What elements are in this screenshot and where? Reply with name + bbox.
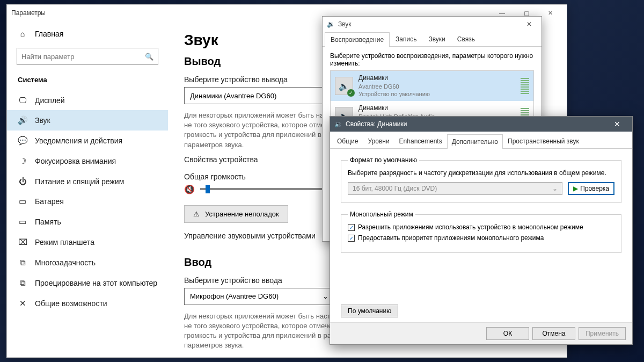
- home-label: Главная: [35, 30, 63, 38]
- mute-icon[interactable]: 🔇: [184, 184, 195, 194]
- tab-advanced[interactable]: Дополнительно: [447, 134, 503, 149]
- checkbox-icon[interactable]: ✓: [348, 235, 355, 242]
- sidebar-item-shared[interactable]: ✕Общие возможности: [7, 293, 168, 314]
- sidebar-item-battery[interactable]: ▭Батарея: [7, 191, 168, 212]
- multitask-icon: ⧉: [18, 258, 27, 267]
- close-button[interactable]: ✕: [606, 120, 628, 128]
- chevron-down-icon: ⌄: [323, 292, 328, 300]
- sound-title: Звук: [338, 20, 352, 28]
- speaker-icon: 🔉: [334, 120, 342, 128]
- cancel-button[interactable]: Отмена: [532, 327, 575, 340]
- format-combo[interactable]: 16 бит, 48000 Гц (Диск DVD) ⌄: [348, 182, 562, 195]
- power-icon: ⏻: [18, 177, 27, 186]
- sound-instruction: Выберите устройство воспроизведения, пар…: [323, 47, 541, 70]
- speaker-device-icon: 🔈✓: [335, 77, 353, 95]
- warning-icon: ⚠: [193, 210, 200, 218]
- tab-sounds[interactable]: Звуки: [422, 32, 451, 46]
- default-format-legend: Формат по умолчанию: [348, 156, 419, 164]
- sidebar-item-display[interactable]: 🖵Дисплей: [7, 90, 168, 110]
- tab-spatial[interactable]: Пространственный звук: [503, 134, 584, 148]
- sidebar-item-focus[interactable]: ☽Фокусировка внимания: [7, 151, 168, 171]
- sidebar-item-storage[interactable]: ▭Память: [7, 212, 168, 232]
- format-desc: Выберите разрядность и частоту дискретиз…: [348, 169, 614, 177]
- search-input[interactable]: [21, 53, 145, 61]
- properties-title: Свойства: Динамики: [346, 120, 606, 128]
- tab-general[interactable]: Общие: [332, 134, 363, 148]
- tab-levels[interactable]: Уровни: [363, 134, 394, 148]
- properties-dialog: 🔉 Свойства: Динамики ✕ Общие Уровни Enha…: [330, 116, 633, 345]
- search-icon: 🔍: [145, 53, 153, 61]
- tablet-icon: ⌧: [18, 237, 27, 247]
- level-meter: [521, 78, 529, 94]
- device-row[interactable]: 🔈✓ Динамики Avantree DG60 Устройство по …: [331, 71, 533, 101]
- ok-button[interactable]: ОК: [486, 327, 529, 340]
- project-icon: ⧉: [18, 278, 27, 288]
- close-icon[interactable]: ✕: [521, 20, 537, 28]
- properties-titlebar: 🔉 Свойства: Динамики ✕: [330, 117, 632, 132]
- sidebar-item-project[interactable]: ⧉Проецирование на этот компьютер: [7, 273, 168, 293]
- volume-slider[interactable]: [200, 188, 334, 190]
- storage-icon: ▭: [18, 217, 27, 227]
- exclusive-mode-group: Монопольный режим ✓ Разрешить приложения…: [341, 211, 621, 253]
- chevron-down-icon: ⌄: [552, 185, 558, 192]
- search-box[interactable]: 🔍: [17, 48, 158, 65]
- checkbox-row[interactable]: ✓ Разрешить приложениям использовать уст…: [348, 223, 614, 231]
- settings-title: Параметры: [11, 9, 490, 17]
- apply-button[interactable]: Применить: [579, 327, 626, 340]
- test-button[interactable]: ▶ Проверка: [568, 182, 614, 195]
- checkbox-row[interactable]: ✓ Предоставить приоритет приложениям мон…: [348, 234, 614, 242]
- sound-icon: 🔊: [18, 115, 27, 125]
- default-format-group: Формат по умолчанию Выберите разрядность…: [341, 156, 621, 203]
- settings-sidebar: ⌂ Главная 🔍 Система 🖵Дисплей 🔊Звук 💬Увед…: [7, 21, 168, 357]
- slider-thumb[interactable]: [206, 185, 210, 193]
- sidebar-heading: Система: [7, 73, 168, 90]
- display-icon: 🖵: [18, 96, 27, 105]
- troubleshoot-button[interactable]: ⚠ Устранение неполадок: [184, 205, 288, 223]
- tab-communication[interactable]: Связь: [451, 32, 481, 46]
- input-device-combo[interactable]: Микрофон (Avantree DG60) ⌄: [184, 288, 334, 305]
- tab-recording[interactable]: Запись: [390, 32, 422, 46]
- checkbox-icon[interactable]: ✓: [348, 224, 355, 231]
- sidebar-item-power[interactable]: ⏻Питание и спящий режим: [7, 171, 168, 191]
- sidebar-item-sound[interactable]: 🔊Звук: [7, 110, 168, 131]
- home-link[interactable]: ⌂ Главная: [7, 25, 168, 42]
- focus-icon: ☽: [18, 156, 27, 166]
- play-icon: ▶: [573, 185, 578, 192]
- sidebar-item-multitask[interactable]: ⧉Многозадачность: [7, 252, 168, 273]
- tab-enhancements[interactable]: Enhancements: [394, 134, 447, 148]
- default-check-icon: ✓: [347, 89, 355, 97]
- tab-playback[interactable]: Воспроизведение: [325, 32, 390, 47]
- shared-icon: ✕: [18, 299, 27, 308]
- sidebar-item-tablet[interactable]: ⌧Режим планшета: [7, 232, 168, 252]
- home-icon: ⌂: [18, 30, 27, 38]
- sidebar-item-notifications[interactable]: 💬Уведомления и действия: [7, 131, 168, 151]
- speaker-icon: 🔉: [327, 20, 335, 28]
- battery-icon: ▭: [18, 197, 27, 206]
- dialog-footer: ОК Отмена Применить: [330, 322, 632, 344]
- properties-tabs: Общие Уровни Enhancements Дополнительно …: [330, 132, 632, 149]
- output-device-combo[interactable]: Динамики (Avantree DG60) ⌄: [184, 87, 334, 104]
- restore-defaults-button[interactable]: По умолчанию: [341, 305, 398, 317]
- notifications-icon: 💬: [18, 136, 27, 146]
- sound-titlebar: 🔉 Звук ✕: [323, 17, 541, 32]
- sound-tabs: Воспроизведение Запись Звуки Связь: [323, 32, 541, 47]
- exclusive-legend: Монопольный режим: [348, 211, 415, 218]
